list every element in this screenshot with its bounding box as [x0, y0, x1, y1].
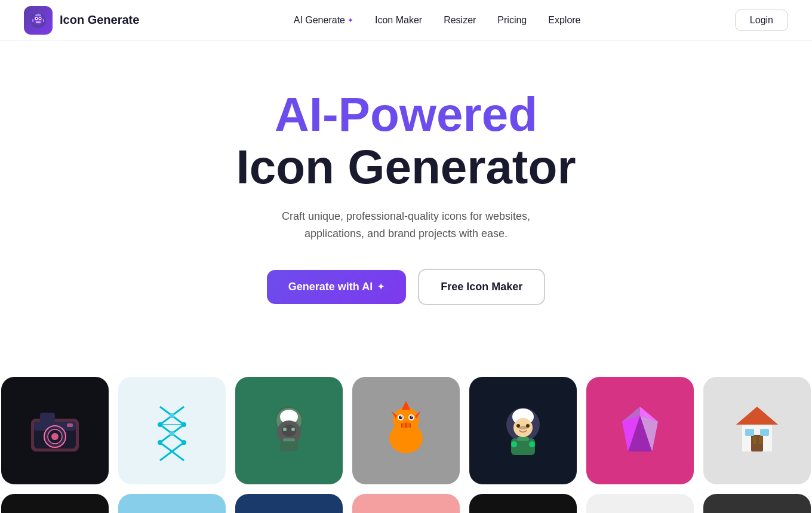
- svg-point-37: [393, 407, 419, 434]
- svg-point-21: [158, 422, 162, 427]
- svg-rect-75: [760, 429, 769, 436]
- hero-section: AI-Powered Icon Generator Craft unique, …: [0, 41, 812, 341]
- gallery-item-music-icon[interactable]: [352, 494, 460, 513]
- svg-rect-18: [67, 423, 73, 427]
- svg-point-22: [182, 422, 186, 427]
- gallery-item-rocket-icon[interactable]: [235, 494, 343, 513]
- svg-point-43: [399, 416, 402, 419]
- svg-point-1: [33, 15, 43, 24]
- gallery-item-dna-helix[interactable]: [118, 377, 226, 484]
- header: Icon Generate AI Generate ✦ Icon Maker R…: [0, 0, 812, 41]
- svg-marker-38: [402, 401, 410, 410]
- svg-point-23: [170, 413, 174, 418]
- nav-pricing[interactable]: Pricing: [497, 15, 527, 26]
- svg-rect-10: [43, 19, 44, 22]
- svg-rect-35: [283, 438, 295, 441]
- hero-title-main: Icon Generator: [236, 141, 576, 193]
- logo-icon: [24, 6, 53, 35]
- svg-marker-76: [736, 407, 778, 425]
- svg-point-46: [411, 416, 413, 417]
- svg-point-57: [518, 426, 528, 429]
- hero-title-ai: AI-Powered: [236, 88, 576, 141]
- gallery-item-butterfly-icon[interactable]: [586, 494, 694, 513]
- hero-buttons: Generate with AI ✦ Free Icon Maker: [267, 269, 545, 305]
- svg-point-5: [39, 17, 41, 19]
- svg-point-4: [36, 17, 37, 19]
- gallery-item-chef-cooking[interactable]: [235, 377, 343, 484]
- gallery: [0, 377, 812, 513]
- main-nav: AI Generate ✦ Icon Maker Resizer Pricing…: [294, 15, 581, 26]
- svg-rect-6: [36, 21, 41, 23]
- gallery-item-chef-green[interactable]: [469, 377, 577, 484]
- svg-rect-8: [38, 13, 39, 15]
- svg-point-26: [182, 440, 186, 445]
- nav-resizer[interactable]: Resizer: [444, 15, 476, 26]
- svg-point-24: [170, 431, 174, 436]
- svg-point-32: [283, 428, 287, 431]
- svg-rect-72: [753, 437, 756, 444]
- gallery-item-lightning-icon[interactable]: [703, 494, 811, 513]
- gallery-item-retro-camera[interactable]: [1, 377, 109, 484]
- gallery-item-globe-icon[interactable]: [469, 494, 577, 513]
- svg-point-33: [291, 428, 295, 431]
- svg-rect-59: [517, 437, 529, 441]
- svg-rect-9: [32, 19, 33, 22]
- svg-point-16: [51, 433, 59, 440]
- hero-subtitle: Craft unique, professional-quality icons…: [282, 208, 530, 242]
- generate-ai-button[interactable]: Generate with AI ✦: [267, 270, 406, 304]
- logo-text: Icon Generate: [60, 13, 139, 27]
- gallery-item-angry-chicken[interactable]: [352, 377, 460, 484]
- gallery-row-1: [12, 377, 800, 484]
- gallery-row-2: [12, 494, 800, 513]
- svg-point-25: [158, 440, 162, 445]
- login-button[interactable]: Login: [735, 10, 788, 31]
- logo[interactable]: Icon Generate: [24, 6, 139, 35]
- free-icon-maker-button[interactable]: Free Icon Maker: [418, 269, 545, 305]
- hero-title: AI-Powered Icon Generator: [236, 88, 576, 193]
- gallery-item-pink-gem[interactable]: [586, 377, 694, 484]
- nav-icon-maker[interactable]: Icon Maker: [375, 15, 422, 26]
- svg-rect-74: [745, 429, 754, 436]
- svg-point-44: [410, 416, 413, 419]
- nav-explore[interactable]: Explore: [548, 15, 580, 26]
- sparkle-icon: ✦: [347, 16, 353, 24]
- gallery-item-leaf-icon[interactable]: [118, 494, 226, 513]
- nav-ai-generate[interactable]: AI Generate ✦: [294, 15, 353, 26]
- svg-rect-29: [282, 417, 296, 420]
- svg-point-45: [401, 416, 402, 417]
- svg-rect-73: [759, 437, 762, 444]
- svg-rect-17: [40, 413, 55, 422]
- gallery-item-game-icon[interactable]: [1, 494, 109, 513]
- svg-point-61: [529, 441, 535, 447]
- svg-point-60: [511, 441, 517, 447]
- gallery-item-house-icon[interactable]: [703, 377, 811, 484]
